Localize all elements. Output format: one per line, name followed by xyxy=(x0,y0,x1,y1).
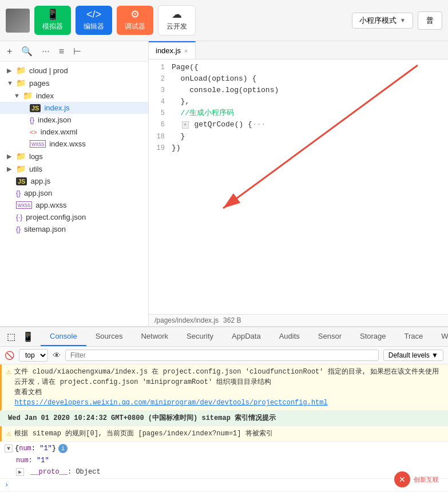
json-icon: {} xyxy=(30,116,34,124)
object-expand-toggle[interactable]: ▼ xyxy=(5,445,13,453)
editor-file-path: /pages/index/index.js xyxy=(154,316,219,324)
console-message-1: ⚠ 文件 cloud/xiaochengxuma/index.js 在 proj… xyxy=(0,364,448,411)
sidebar-toolbar: + 🔍 ··· ≡ ⊢ xyxy=(0,41,148,62)
debugger-icon: ⚙ xyxy=(130,9,140,19)
tree-item-app-json[interactable]: {} app.json xyxy=(0,187,148,199)
wxss-icon-app: wxss xyxy=(16,201,32,209)
tab-security[interactable]: Security xyxy=(177,327,223,346)
responsive-icon[interactable]: 📱 xyxy=(19,331,37,342)
code-editor[interactable]: 1 Page({ 2 onLoad(options) { 3 console.l… xyxy=(149,59,448,314)
wxml-icon: <> xyxy=(30,129,37,136)
tree-item-app-wxss[interactable]: wxss app.wxss xyxy=(0,199,148,211)
console-message-2: ⚠ 根据 sitemap 的规则[0], 当前页面 [pages/index/i… xyxy=(0,426,448,442)
code-line-1: 1 Page({ xyxy=(149,62,448,73)
collapse-button-line6[interactable]: + xyxy=(182,121,189,129)
simulator-icon: 📱 xyxy=(46,9,59,19)
tree-arrow-index: ▼ xyxy=(14,92,21,99)
console-output: ⚠ 文件 cloud/xiaochengxuma/index.js 在 proj… xyxy=(0,364,448,492)
file-label-sitemap: sitemap.json xyxy=(24,225,66,233)
more-button[interactable]: ··· xyxy=(39,45,51,58)
eye-button[interactable]: 👁 xyxy=(53,351,61,360)
editor-tab-index-js[interactable]: index.js × xyxy=(149,41,196,59)
tab-sources[interactable]: Sources xyxy=(86,327,132,346)
code-line-19: 19 }) xyxy=(149,142,448,154)
folder-icon-logs: 📁 xyxy=(16,152,26,161)
add-file-button[interactable]: + xyxy=(5,45,14,58)
mode-selector[interactable]: 小程序模式 ▼ xyxy=(352,13,413,29)
object-child-proto: ▶ __proto__: Object xyxy=(5,468,101,476)
proto-expand-toggle[interactable]: ▶ xyxy=(16,468,24,476)
brand-watermark: ✕ 创新互联 xyxy=(394,471,439,487)
see-doc-label: 查看文档 xyxy=(14,388,42,396)
tree-item-index-folder[interactable]: ▼ 📁 index xyxy=(0,89,148,102)
tree-item-utils[interactable]: ▶ 📁 utils xyxy=(0,162,148,175)
editor-area: index.js × 1 Page({ 2 xyxy=(149,41,448,326)
tab-storage[interactable]: Storage xyxy=(351,327,395,346)
js-icon-app: JS xyxy=(16,177,27,185)
tab-sensor[interactable]: Sensor xyxy=(309,327,351,346)
console-toolbar: 🚫 top 👁 Default levels ▼ xyxy=(0,347,448,364)
folder-icon-pages: 📁 xyxy=(16,78,26,88)
tab-close-button[interactable]: × xyxy=(184,47,188,54)
tab-appdata[interactable]: AppData xyxy=(223,327,270,346)
code-line-3: 3 console.log(options) xyxy=(149,85,448,96)
main-toolbar: 📱 模拟器 </> 编辑器 ⚙ 调试器 ☁ 云开发 小程序模式 ▼ 普 xyxy=(0,0,448,41)
console-input[interactable] xyxy=(14,481,443,489)
layout-button[interactable]: ≡ xyxy=(57,45,66,58)
console-msg-sitemap-content: Wed Jan 01 2020 10:24:32 GMT+0800 (中国标准时… xyxy=(8,413,443,423)
tab-trace[interactable]: Trace xyxy=(395,327,433,346)
cloud-icon: ☁ xyxy=(172,9,182,19)
tree-item-app-js[interactable]: JS app.js xyxy=(0,175,148,187)
cloud-button[interactable]: ☁ 云开发 xyxy=(158,5,196,35)
cloud-label: 云开发 xyxy=(166,22,187,31)
editor-tabs: index.js × xyxy=(149,41,448,59)
tree-item-index-json[interactable]: {} index.json xyxy=(0,114,148,126)
warning-icon-1: ⚠ xyxy=(6,367,11,376)
doc-link[interactable]: https://developers.weixin.qq.com/minipro… xyxy=(14,399,327,407)
file-label-cloud: cloud | prod xyxy=(29,66,68,75)
simulator-button[interactable]: 📱 模拟器 xyxy=(34,6,71,35)
search-button[interactable]: 🔍 xyxy=(19,45,35,58)
file-label-app-js: app.js xyxy=(30,177,50,185)
tree-item-index-wxml[interactable]: <> index.wxml xyxy=(0,126,148,138)
devtools-tabs-bar: ⬚ 📱 Console Sources Network Security App… xyxy=(0,327,448,347)
console-msg-content-1: 文件 cloud/xiaochengxuma/index.js 在 projec… xyxy=(14,367,443,408)
tree-arrow-utils: ▶ xyxy=(7,165,14,173)
tab-network[interactable]: Network xyxy=(132,327,177,346)
tab-audits[interactable]: Audits xyxy=(270,327,309,346)
tree-item-index-wxss[interactable]: wxss index.wxss xyxy=(0,138,148,150)
inspect-icon[interactable]: ⬚ xyxy=(3,331,19,342)
warning-icon-2: ⚠ xyxy=(6,428,11,438)
file-label-project-config: project.config.json xyxy=(26,213,86,221)
context-selector[interactable]: top xyxy=(19,349,48,362)
sitemap-header-text: Wed Jan 01 2020 10:24:32 GMT+0800 (中国标准时… xyxy=(8,414,276,422)
code-line-18: 18 } xyxy=(149,131,448,142)
file-label-app-json: app.json xyxy=(24,189,52,197)
tree-arrow-cloud: ▶ xyxy=(7,67,14,74)
tree-item-sitemap[interactable]: {} sitemap.json xyxy=(0,223,148,235)
clear-console-button[interactable]: 🚫 xyxy=(5,351,14,360)
editor-button[interactable]: </> 编辑器 xyxy=(76,6,112,35)
console-msg-text-2: 根据 sitemap 的规则[0], 当前页面 [pages/index/ind… xyxy=(14,430,272,438)
file-label-pages: pages xyxy=(29,79,49,88)
debugger-button[interactable]: ⚙ 调试器 xyxy=(117,6,153,35)
folder-icon-index: 📁 xyxy=(23,91,33,100)
file-label-index-wxss: index.wxss xyxy=(49,140,86,148)
collapse-button[interactable]: ⊢ xyxy=(71,45,84,58)
tree-item-index-js[interactable]: JS index.js xyxy=(0,102,148,114)
console-filter-input[interactable] xyxy=(65,350,379,361)
level-selector[interactable]: Default levels ▼ xyxy=(383,350,443,361)
main-content: + 🔍 ··· ≡ ⊢ ▶ 📁 cloud | prod ▼ 📁 pages ▼ xyxy=(0,41,448,326)
tree-arrow-logs: ▶ xyxy=(7,153,14,160)
tab-console[interactable]: Console xyxy=(41,327,86,346)
info-badge: i xyxy=(58,444,68,453)
right-button[interactable]: 普 xyxy=(418,11,442,30)
simulator-label: 模拟器 xyxy=(42,22,63,31)
tree-item-project-config[interactable]: {·} project.config.json xyxy=(0,211,148,223)
tree-item-pages[interactable]: ▼ 📁 pages xyxy=(0,77,148,89)
tab-w[interactable]: W xyxy=(432,327,448,346)
tree-item-cloud-prod[interactable]: ▶ 📁 cloud | prod xyxy=(0,64,148,77)
tree-item-logs[interactable]: ▶ 📁 logs xyxy=(0,150,148,162)
object-label: {num: "1"} xyxy=(15,445,56,453)
code-line-2: 2 onLoad(options) { xyxy=(149,73,448,85)
